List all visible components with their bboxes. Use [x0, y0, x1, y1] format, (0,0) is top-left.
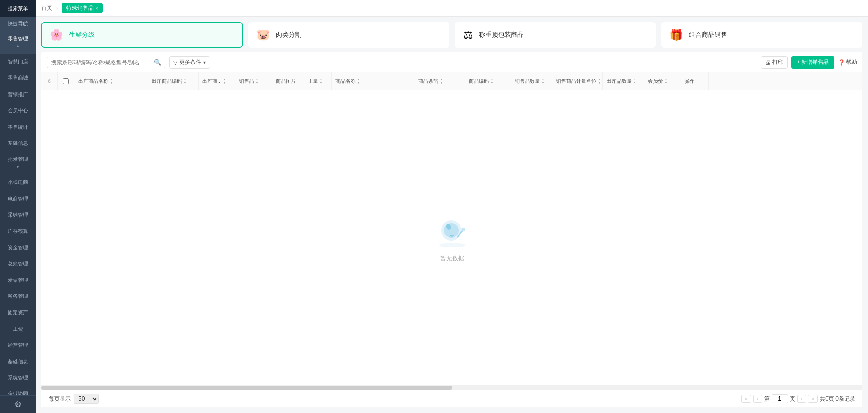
sidebar-item-ledger[interactable]: 总账管理: [0, 256, 36, 272]
sidebar-item-ecom-mini-label: 小畅电商: [8, 179, 28, 186]
sidebar-item-fixed-assets[interactable]: 固定资产: [0, 304, 36, 321]
page-number-input[interactable]: [772, 394, 788, 403]
sidebar-item-invoice[interactable]: 发票管理: [0, 272, 36, 288]
sort-arrows-goods-name[interactable]: ▲▼: [357, 78, 360, 84]
select-all-checkbox[interactable]: [63, 78, 69, 84]
sidebar-settings-button[interactable]: ⚙: [0, 395, 36, 413]
sort-arrows-sale-item[interactable]: ▲▼: [255, 78, 259, 84]
sidebar-item-inventory-label: 库存核算: [8, 228, 28, 235]
sidebar-quick-nav[interactable]: 快捷导航: [0, 17, 36, 31]
sidebar-item-retail-label: 零售管理: [8, 35, 28, 42]
sidebar-item-wholesale-label: 批发管理: [8, 156, 28, 163]
per-page-select[interactable]: 10 20 50 100: [74, 394, 99, 404]
th-sale-qty: 销售品数量 ▲▼: [511, 72, 552, 90]
sidebar-item-base-info1-label: 基础信息: [8, 140, 28, 147]
sidebar-item-finance[interactable]: 资金管理: [0, 240, 36, 256]
breadcrumb-home[interactable]: 首页: [41, 4, 52, 12]
th-goods-code: 商品编码 ▲▼: [465, 72, 511, 90]
topbar: 首页 › 特殊销售品 ×: [36, 0, 868, 17]
th-goods-name: 商品名称 ▲▼: [332, 72, 414, 90]
first-page-button[interactable]: «: [741, 395, 751, 403]
gear-icon: ⚙: [14, 400, 22, 409]
content-area: 🌸 生鲜分级 🐷 肉类分割 ⚖ 称重预包装商品 🎁 组合商品销售: [36, 17, 868, 413]
horizontal-scrollbar[interactable]: [41, 385, 862, 390]
tab-combo[interactable]: 🎁 组合商品销售: [661, 22, 862, 48]
th-unit: 销售商品计量单位 ▲▼: [552, 72, 603, 90]
sidebar-item-member[interactable]: 会员中心: [0, 103, 36, 119]
sort-arrows-goods-code[interactable]: ▲▼: [490, 78, 494, 84]
last-page-button[interactable]: »: [808, 395, 818, 403]
chevron-down-icon: ▼: [16, 164, 20, 170]
filter-button[interactable]: ▽ 更多条件 ▾: [169, 56, 210, 69]
tab-meat-cut[interactable]: 🐷 肉类分割: [248, 22, 449, 48]
empty-text: 暂无数据: [440, 254, 464, 263]
sort-arrows-out-code[interactable]: ▲▼: [183, 78, 187, 84]
sort-arrows-out-name[interactable]: ▲▼: [110, 78, 113, 84]
sidebar-item-stats-label: 零售统计: [8, 124, 28, 131]
help-button[interactable]: ❓ 帮助: [838, 58, 857, 66]
search-input[interactable]: [51, 59, 152, 66]
sidebar-item-salary[interactable]: 工资: [0, 321, 36, 337]
sidebar-item-member-label: 会员中心: [8, 107, 28, 114]
sidebar-logo[interactable]: 搜索菜单: [0, 0, 36, 17]
weight-pack-icon: ⚖: [463, 29, 473, 41]
sidebar-item-smart-store[interactable]: 智慧门店: [0, 54, 36, 70]
sidebar-item-wholesale[interactable]: 批发管理 ▼: [0, 151, 36, 174]
th-weight: 主量 ▲▼: [304, 72, 332, 90]
pagination-left: 每页显示 10 20 50 100: [49, 394, 99, 404]
sidebar-item-stats[interactable]: 零售统计: [0, 119, 36, 135]
th-setting[interactable]: ⚙: [41, 72, 58, 90]
prev-page-button[interactable]: ‹: [753, 395, 762, 403]
help-icon: ❓: [838, 59, 845, 66]
tab-fresh-grade[interactable]: 🌸 生鲜分级: [41, 22, 243, 48]
tab-close-button[interactable]: ×: [96, 6, 98, 11]
th-out-name: 出库商品名称 ▲▼: [74, 72, 148, 90]
sidebar-item-base-info2[interactable]: 基础信息: [0, 354, 36, 370]
sidebar-item-retail[interactable]: 零售管理 ▲: [0, 31, 36, 54]
sidebar-item-system[interactable]: 系统管理: [0, 370, 36, 386]
sidebar-item-marketing[interactable]: 营销推广: [0, 86, 36, 103]
add-sale-item-button[interactable]: + 新增销售品: [791, 56, 834, 69]
next-page-button[interactable]: ›: [797, 395, 806, 403]
sidebar-item-retail-mall[interactable]: 零售商城: [0, 70, 36, 86]
sidebar-item-corp-collab[interactable]: 企业协同: [0, 386, 36, 395]
toolbar-right: 🖨 打印 + 新增销售品 ❓ 帮助: [761, 56, 857, 69]
tab-weight-pack[interactable]: ⚖ 称重预包装商品: [455, 22, 656, 48]
sort-arrows-member-price[interactable]: ▲▼: [664, 78, 668, 84]
sidebar-item-purchase[interactable]: 采购管理: [0, 207, 36, 223]
svg-point-4: [461, 228, 465, 231]
sort-arrows-barcode[interactable]: ▲▼: [440, 78, 443, 84]
sort-arrows-unit[interactable]: ▲▼: [598, 78, 601, 84]
sort-arrows-stock-qty[interactable]: ▲▼: [633, 78, 636, 84]
search-icon[interactable]: 🔍: [154, 59, 161, 66]
page-unit: 页: [790, 395, 795, 403]
th-checkbox[interactable]: [58, 72, 74, 90]
th-stock-qty: 出库品数量 ▲▼: [603, 72, 644, 90]
th-sale-item: 销售品 ▲▼: [235, 72, 272, 90]
sidebar-logo-text: 搜索菜单: [8, 5, 28, 12]
sort-arrows-weight[interactable]: ▲▼: [319, 78, 323, 84]
help-label: 帮助: [846, 58, 857, 66]
sort-arrows-sale-qty[interactable]: ▲▼: [541, 78, 545, 84]
sidebar-item-system-label: 系统管理: [8, 374, 28, 381]
combo-icon: 🎁: [669, 29, 683, 41]
sidebar-item-operations[interactable]: 经营管理: [0, 337, 36, 353]
sidebar-item-ecom-mgmt[interactable]: 电商管理: [0, 191, 36, 207]
sidebar-item-ecom-mini[interactable]: 小畅电商: [0, 174, 36, 190]
sidebar-nav: 零售管理 ▲ 智慧门店 零售商城 营销推广 会员中心 零售统计 基础信息 批发管…: [0, 31, 36, 395]
sort-arrows-out-spec[interactable]: ▲▼: [223, 78, 226, 84]
th-out-spec: 出库商... ▲▼: [199, 72, 235, 90]
main-area: 首页 › 特殊销售品 × 🌸 生鲜分级 🐷 肉类分割 ⚖ 称重预包装商品 🎁: [36, 0, 868, 413]
filter-label: 更多条件: [179, 58, 201, 66]
sidebar-item-finance-label: 资金管理: [8, 244, 28, 251]
sidebar-item-tax[interactable]: 税务管理: [0, 288, 36, 304]
meat-cut-icon: 🐷: [256, 29, 270, 41]
svg-point-0: [439, 243, 465, 247]
table-container: 🔍 ▽ 更多条件 ▾ 🖨 打印 + 新增销售品 ❓: [41, 52, 862, 407]
sidebar-item-base-info1[interactable]: 基础信息: [0, 135, 36, 151]
print-button[interactable]: 🖨 打印: [761, 56, 788, 69]
scrollbar-thumb[interactable]: [41, 386, 452, 390]
sidebar-item-inventory[interactable]: 库存核算: [0, 223, 36, 239]
sidebar: 搜索菜单 快捷导航 零售管理 ▲ 智慧门店 零售商城 营销推广 会员中心 零售统…: [0, 0, 36, 413]
th-img: 商品图片: [272, 72, 304, 90]
